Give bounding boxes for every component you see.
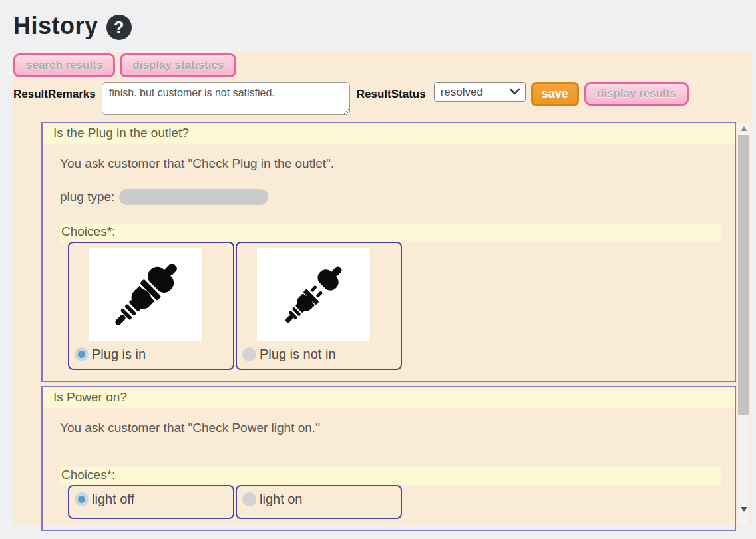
radio-plug-is-not-in[interactable] xyxy=(242,347,256,361)
choices-label: Choices*: xyxy=(60,467,721,485)
result-status-select-wrap: resolved xyxy=(434,82,526,102)
page-header: History ? xyxy=(0,0,756,47)
choice-option-row: Plug is in xyxy=(75,347,229,362)
vertical-scrollbar[interactable] xyxy=(738,123,749,524)
choice-option-row: Plug is not in xyxy=(242,347,397,362)
save-button[interactable]: save xyxy=(531,82,579,106)
choice-plug-is-not-in[interactable]: Plug is not in xyxy=(236,242,402,370)
main-form-container: search results display statistics Result… xyxy=(13,52,751,526)
toolbar: search results display statistics xyxy=(13,52,751,77)
choice-option-row: light off xyxy=(75,492,229,507)
choices-row: Plug is in xyxy=(68,242,725,370)
choice-label: light on xyxy=(260,492,303,507)
choices-label: Choices*: xyxy=(60,224,721,242)
question-description: You ask customer that "Check Plug in the… xyxy=(60,156,725,171)
choice-label: light off xyxy=(92,492,134,507)
result-status-select[interactable]: resolved xyxy=(434,82,526,102)
result-status-label: ResultStatus xyxy=(357,82,426,101)
choices-row: light off light on xyxy=(68,485,725,519)
plug-type-row: plug type: xyxy=(60,189,725,205)
triangle-down-icon xyxy=(741,507,747,512)
radio-light-on[interactable] xyxy=(242,492,256,506)
result-form-row: ResultRemarks finish. but customer is no… xyxy=(13,82,751,115)
plug-type-label: plug type: xyxy=(60,190,114,204)
choice-plug-is-in[interactable]: Plug is in xyxy=(68,242,234,370)
question-title: Is Power on? xyxy=(43,387,735,408)
page-title: History xyxy=(13,12,98,40)
plug-connected-icon xyxy=(96,252,196,337)
question-panel-power: Is Power on? You ask customer that "Chec… xyxy=(41,386,736,531)
question-description: You ask customer that "Check Power light… xyxy=(60,421,725,435)
choice-image xyxy=(257,248,370,341)
radio-plug-is-in[interactable] xyxy=(75,347,89,361)
search-results-button[interactable]: search results xyxy=(13,53,115,77)
question-title: Is the Plug in the outlet? xyxy=(43,123,735,144)
choice-label: Plug is not in xyxy=(260,347,336,362)
choice-light-on[interactable]: light on xyxy=(236,485,402,519)
questions-scroll-area: Is the Plug in the outlet? You ask custo… xyxy=(41,122,736,523)
choice-light-off[interactable]: light off xyxy=(68,485,234,519)
choice-option-row: light on xyxy=(242,492,397,507)
result-remarks-label: ResultRemarks xyxy=(13,82,96,101)
question-body: You ask customer that "Check Power light… xyxy=(43,421,735,530)
display-results-button[interactable]: display results xyxy=(584,82,689,106)
help-icon[interactable]: ? xyxy=(106,15,132,40)
scroll-up-icon[interactable] xyxy=(738,123,749,134)
choice-image xyxy=(89,248,202,341)
plug-disconnected-icon xyxy=(267,255,360,335)
choice-label: Plug is in xyxy=(92,347,146,362)
result-remarks-input[interactable]: finish. but customer is not satisfied. xyxy=(102,82,350,115)
question-body: You ask customer that "Check Plug in the… xyxy=(43,156,735,381)
scrollbar-thumb[interactable] xyxy=(738,135,749,415)
radio-light-off[interactable] xyxy=(75,492,89,506)
display-statistics-button[interactable]: display statistics xyxy=(120,53,236,77)
scroll-down-icon[interactable] xyxy=(738,504,749,515)
plug-type-value-box[interactable] xyxy=(119,189,268,205)
triangle-up-icon xyxy=(741,126,747,131)
question-panel-plug: Is the Plug in the outlet? You ask custo… xyxy=(41,122,736,382)
